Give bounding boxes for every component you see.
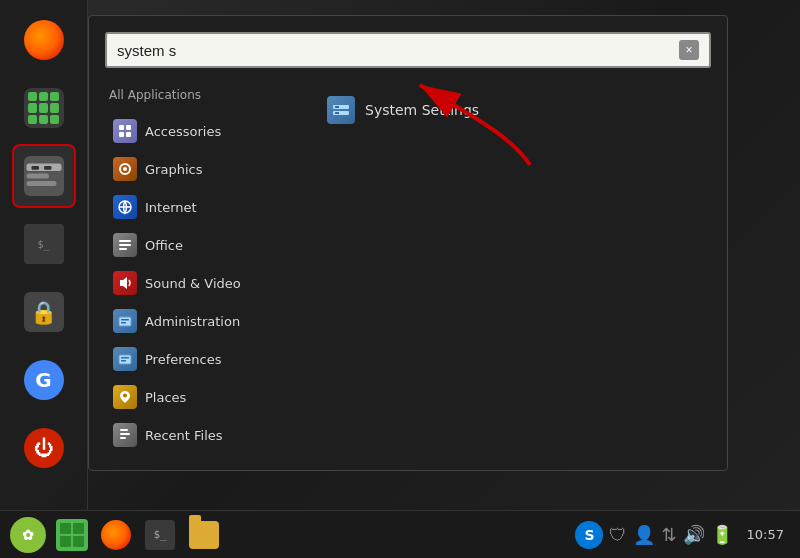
cat-item-recent[interactable]: Recent Files (105, 416, 295, 454)
cat-item-admin[interactable]: Administration (105, 302, 295, 340)
svg-rect-5 (44, 166, 52, 170)
svg-rect-20 (121, 322, 126, 324)
dock-item-terminal[interactable]: $_ (12, 212, 76, 276)
cat-item-accessories[interactable]: Accessories (105, 112, 295, 150)
cat-item-office[interactable]: Office (105, 226, 295, 264)
categories-header: All Applications (105, 88, 295, 102)
cat-item-graphics[interactable]: Graphics (105, 150, 295, 188)
svg-rect-3 (26, 181, 56, 186)
system-icon (24, 156, 64, 196)
mintmenu-icon (24, 88, 64, 128)
cat-item-places[interactable]: Places (105, 378, 295, 416)
svg-marker-17 (120, 277, 127, 289)
sound-icon (113, 271, 137, 295)
accessories-icon (113, 119, 137, 143)
taskbar-tray: S 🛡 👤 ⇅ 🔊 🔋 10:57 (575, 521, 792, 549)
svg-rect-22 (121, 357, 129, 359)
dock: $_ 🔒 G ⏻ (0, 0, 88, 510)
cat-label-recent: Recent Files (145, 428, 223, 443)
cat-label-office: Office (145, 238, 183, 253)
svg-text:✿: ✿ (22, 527, 34, 543)
shield-tray-icon[interactable]: 🛡 (609, 524, 627, 545)
battery-tray-icon[interactable]: 🔋 (711, 524, 733, 545)
svg-rect-4 (31, 166, 39, 170)
cat-item-prefs[interactable]: Preferences (105, 340, 295, 378)
taskbar-files-icon (56, 519, 88, 551)
g-icon: G (24, 360, 64, 400)
categories-panel: All Applications Accessories Graphics (105, 88, 295, 454)
dock-item-firefox[interactable] (12, 8, 76, 72)
places-icon (113, 385, 137, 409)
svg-rect-19 (121, 319, 129, 321)
volume-tray-icon[interactable]: 🔊 (683, 524, 705, 545)
taskbar: ✿ $_ (0, 510, 800, 558)
internet-icon (113, 195, 137, 219)
firefox-icon (24, 20, 64, 60)
dock-item-mintmenu[interactable] (12, 76, 76, 140)
cat-label-prefs: Preferences (145, 352, 221, 367)
svg-rect-27 (120, 437, 126, 439)
skype-tray-icon[interactable]: S (575, 521, 603, 549)
menu-content: All Applications Accessories Graphics (105, 88, 711, 454)
svg-rect-8 (119, 132, 124, 137)
svg-rect-30 (335, 106, 339, 108)
taskbar-firefox-button[interactable] (96, 515, 136, 555)
cat-label-sound: Sound & Video (145, 276, 241, 291)
lock-icon: 🔒 (24, 292, 64, 332)
cat-label-accessories: Accessories (145, 124, 221, 139)
dock-item-power[interactable]: ⏻ (12, 416, 76, 480)
cat-label-graphics: Graphics (145, 162, 202, 177)
cat-label-places: Places (145, 390, 186, 405)
svg-rect-14 (119, 240, 131, 242)
search-results-panel: System Settings (295, 88, 711, 454)
svg-rect-21 (119, 355, 131, 364)
taskbar-terminal-icon: $_ (145, 520, 175, 550)
recent-icon (113, 423, 137, 447)
search-input[interactable] (117, 42, 679, 59)
desktop: $_ 🔒 G ⏻ × All Applications (0, 0, 800, 558)
prefs-icon (113, 347, 137, 371)
app-menu: × All Applications Accessories (88, 15, 728, 471)
office-icon (113, 233, 137, 257)
dock-item-system[interactable] (12, 144, 76, 208)
svg-point-24 (123, 394, 127, 398)
taskbar-mint-button[interactable]: ✿ (8, 515, 48, 555)
system-settings-result-icon (327, 96, 355, 124)
taskbar-folder-icon (189, 521, 219, 549)
svg-rect-6 (119, 125, 124, 130)
mint-logo: ✿ (10, 517, 46, 553)
svg-rect-23 (121, 360, 126, 362)
svg-rect-7 (126, 125, 131, 130)
taskbar-folder-button[interactable] (184, 515, 224, 555)
network-tray-icon[interactable]: ⇅ (661, 524, 676, 545)
user-tray-icon[interactable]: 👤 (633, 524, 655, 545)
cat-label-internet: Internet (145, 200, 197, 215)
taskbar-terminal-button[interactable]: $_ (140, 515, 180, 555)
taskbar-files-button[interactable] (52, 515, 92, 555)
cat-item-sound[interactable]: Sound & Video (105, 264, 295, 302)
cat-label-admin: Administration (145, 314, 240, 329)
svg-rect-15 (119, 244, 131, 246)
svg-rect-2 (26, 174, 49, 179)
search-container: × (105, 32, 711, 68)
cat-item-internet[interactable]: Internet (105, 188, 295, 226)
svg-point-11 (123, 167, 127, 171)
taskbar-clock: 10:57 (739, 527, 792, 542)
dock-item-g[interactable]: G (12, 348, 76, 412)
result-label-system-settings: System Settings (365, 102, 479, 118)
dock-item-lock[interactable]: 🔒 (12, 280, 76, 344)
search-clear-button[interactable]: × (679, 40, 699, 60)
svg-rect-16 (119, 248, 127, 250)
power-icon: ⏻ (24, 428, 64, 468)
svg-rect-25 (120, 429, 128, 431)
svg-rect-26 (120, 433, 130, 435)
taskbar-firefox-icon (101, 520, 131, 550)
graphics-icon (113, 157, 137, 181)
svg-rect-9 (126, 132, 131, 137)
svg-rect-31 (335, 112, 339, 114)
terminal-icon: $_ (24, 224, 64, 264)
svg-rect-18 (119, 317, 131, 326)
admin-icon (113, 309, 137, 333)
result-item-system-settings[interactable]: System Settings (315, 88, 711, 132)
